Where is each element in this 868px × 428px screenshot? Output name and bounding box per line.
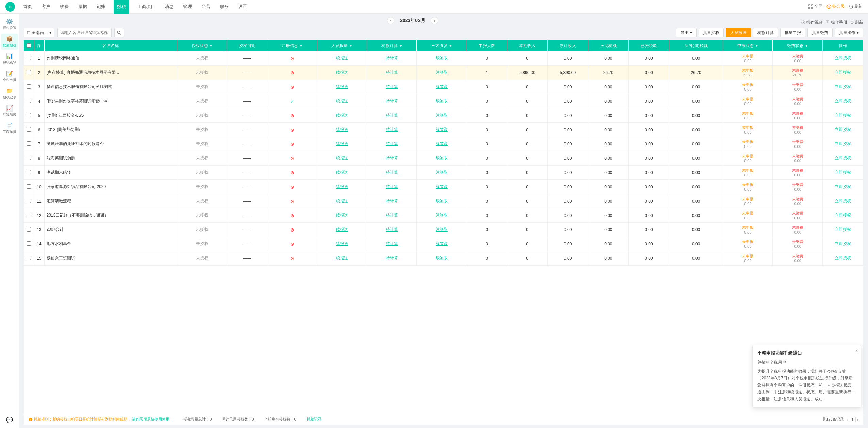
- triparty-cell[interactable]: 续签取: [417, 123, 466, 137]
- row-checkbox[interactable]: [27, 227, 31, 232]
- tax-calc-cell[interactable]: 待计算: [367, 208, 416, 223]
- row-checkbox[interactable]: [27, 99, 31, 103]
- action-cell[interactable]: 立即授权: [822, 108, 863, 123]
- sidebar-item-batch-tax[interactable]: 📦 批量报税: [1, 34, 18, 50]
- nav-billing[interactable]: 收费: [59, 0, 70, 14]
- row-checkbox-cell[interactable]: [24, 80, 34, 94]
- tax-calc-cell[interactable]: 待计算: [367, 251, 416, 266]
- row-checkbox[interactable]: [27, 184, 31, 189]
- tax-calc-cell[interactable]: 待计算: [367, 237, 416, 251]
- staff-report-cell[interactable]: 续报送: [317, 223, 367, 237]
- batch-auth-btn[interactable]: 批量授权: [699, 28, 724, 37]
- row-checkbox[interactable]: [27, 84, 31, 89]
- row-checkbox[interactable]: [27, 241, 31, 246]
- row-checkbox-cell[interactable]: [24, 251, 34, 266]
- tax-calc-cell[interactable]: 待计算: [367, 94, 416, 108]
- tax-calc-cell[interactable]: 待计算: [367, 66, 416, 80]
- nav-home[interactable]: 首页: [22, 0, 33, 14]
- triparty-cell[interactable]: 续签取: [417, 108, 466, 123]
- action-cell[interactable]: 立即授权: [822, 137, 863, 151]
- tax-calc-cell[interactable]: 待计算: [367, 223, 416, 237]
- triparty-cell[interactable]: 续签取: [417, 194, 466, 208]
- employee-filter[interactable]: 全部员工 ▾: [24, 28, 54, 37]
- staff-report-cell[interactable]: 续报送: [317, 180, 367, 194]
- batch-ops-btn[interactable]: 批量操作 ▾: [835, 28, 863, 37]
- row-checkbox-cell[interactable]: [24, 151, 34, 166]
- row-checkbox-cell[interactable]: [24, 237, 34, 251]
- triparty-cell[interactable]: 续签取: [417, 66, 466, 80]
- customer-search-input[interactable]: [57, 28, 112, 37]
- row-checkbox-cell[interactable]: [24, 94, 34, 108]
- nav-business[interactable]: 工商项目: [136, 0, 157, 14]
- nav-customer[interactable]: 客户: [40, 0, 52, 14]
- triparty-cell[interactable]: 续签取: [417, 223, 466, 237]
- row-checkbox-cell[interactable]: [24, 180, 34, 194]
- tax-calc-cell[interactable]: 待计算: [367, 123, 416, 137]
- row-checkbox-cell[interactable]: [24, 51, 34, 66]
- next-page-btn[interactable]: ›: [857, 417, 858, 422]
- sidebar-item-personal-tax[interactable]: 📝 个税申报: [1, 68, 18, 84]
- action-cell[interactable]: 立即授权: [822, 223, 863, 237]
- row-checkbox[interactable]: [27, 113, 31, 117]
- tax-calc-cell[interactable]: 待计算: [367, 166, 416, 180]
- triparty-cell[interactable]: 续签取: [417, 251, 466, 266]
- select-all-checkbox[interactable]: [27, 43, 31, 48]
- nav-message[interactable]: 消息: [163, 0, 175, 14]
- tax-calc-cell[interactable]: 待计算: [367, 51, 416, 66]
- nav-invoice[interactable]: 票据: [77, 0, 88, 14]
- action-cell[interactable]: 立即授权: [822, 80, 863, 94]
- action-cell[interactable]: 立即授权: [822, 166, 863, 180]
- staff-report-cell[interactable]: 续报送: [317, 208, 367, 223]
- nav-manage[interactable]: 管理: [182, 0, 193, 14]
- row-checkbox-cell[interactable]: [24, 123, 34, 137]
- batch-submit-btn[interactable]: 批量申报: [780, 28, 805, 37]
- row-checkbox[interactable]: [27, 156, 31, 160]
- triparty-cell[interactable]: 续签取: [417, 237, 466, 251]
- sidebar-item-annual-clear[interactable]: 📈 汇算清缴: [1, 103, 18, 119]
- operation-manual-link[interactable]: 操作手册: [825, 20, 847, 25]
- sidebar-item-tax-records[interactable]: 📁 报税记录: [1, 86, 18, 102]
- row-checkbox-cell[interactable]: [24, 194, 34, 208]
- triparty-cell[interactable]: 续签取: [417, 166, 466, 180]
- staff-report-cell[interactable]: 续报送: [317, 166, 367, 180]
- row-checkbox-cell[interactable]: [24, 66, 34, 80]
- action-cell[interactable]: 立即授权: [822, 251, 863, 266]
- staff-report-cell[interactable]: 续报送: [317, 108, 367, 123]
- refresh-btn[interactable]: 刷新: [849, 4, 863, 10]
- action-cell[interactable]: 立即授权: [822, 237, 863, 251]
- action-cell[interactable]: 立即授权: [822, 208, 863, 223]
- staff-report-cell[interactable]: 续报送: [317, 94, 367, 108]
- row-checkbox[interactable]: [27, 56, 31, 60]
- next-month-btn[interactable]: ›: [431, 17, 438, 24]
- row-checkbox[interactable]: [27, 256, 31, 260]
- row-checkbox[interactable]: [27, 70, 31, 74]
- search-button[interactable]: [114, 28, 124, 37]
- nav-operation[interactable]: 经营: [200, 0, 212, 14]
- row-checkbox-cell[interactable]: [24, 223, 34, 237]
- prev-month-btn[interactable]: ‹: [387, 17, 394, 24]
- tax-calc-cell[interactable]: 待计算: [367, 180, 416, 194]
- row-checkbox-cell[interactable]: [24, 108, 34, 123]
- staff-report-cell[interactable]: 续报送: [317, 80, 367, 94]
- sidebar-bottom-chat[interactable]: 💬: [1, 415, 18, 425]
- sidebar-item-tax-overview[interactable]: 📊 报税总览: [1, 51, 18, 67]
- action-cell[interactable]: 立即授权: [822, 66, 863, 80]
- row-checkbox-cell[interactable]: [24, 137, 34, 151]
- staff-report-cell[interactable]: 续报送: [317, 251, 367, 266]
- nav-service[interactable]: 服务: [218, 0, 230, 14]
- nav-tax[interactable]: 报税: [114, 0, 129, 14]
- staff-report-cell[interactable]: 续报送: [317, 123, 367, 137]
- action-cell[interactable]: 立即授权: [822, 194, 863, 208]
- notification-close-btn[interactable]: ×: [855, 348, 858, 354]
- row-checkbox[interactable]: [27, 213, 31, 217]
- staff-report-cell[interactable]: 续报送: [317, 194, 367, 208]
- staff-report-cell[interactable]: 续报送: [317, 66, 367, 80]
- operation-video-link[interactable]: 操作视频: [801, 20, 823, 25]
- fullscreen-btn[interactable]: 全屏: [808, 4, 822, 10]
- action-cell[interactable]: 立即授权: [822, 151, 863, 166]
- staff-report-cell[interactable]: 续报送: [317, 151, 367, 166]
- sidebar-item-tax-settings[interactable]: ⚙️ 报税设置: [1, 16, 18, 32]
- refresh-main-btn[interactable]: 刷新: [850, 20, 863, 25]
- triparty-cell[interactable]: 续签取: [417, 94, 466, 108]
- nav-accounting[interactable]: 记账: [95, 0, 107, 14]
